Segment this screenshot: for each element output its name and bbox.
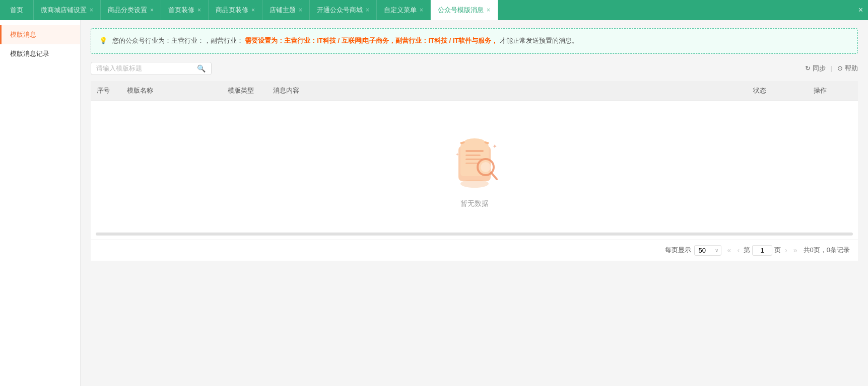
- sidebar-item-template-msg-log[interactable]: 模版消息记录: [0, 44, 80, 63]
- help-icon: ⊙: [837, 64, 843, 72]
- svg-point-9: [481, 162, 491, 172]
- notice-box: 💡 您的公众号行业为：主营行业：，副营行业： 需要设置为：主营行业：IT科技 /…: [91, 28, 858, 54]
- tab-homepage-label: 首页装修: [168, 6, 194, 15]
- sidebar-item-template-msg[interactable]: 模版消息: [0, 25, 80, 44]
- page-size-wrap[interactable]: 50 10 20 100: [694, 245, 721, 256]
- content-area: 💡 您的公众号行业为：主营行业：，副营行业： 需要设置为：主营行业：IT科技 /…: [81, 20, 868, 386]
- notice-prefix: 您的公众号行业为：主营行业：，副营行业：: [112, 37, 243, 44]
- notice-icon: 💡: [99, 37, 107, 44]
- prev-page-button[interactable]: ‹: [735, 245, 742, 255]
- page-unit-label: 页: [774, 246, 781, 255]
- notice-suffix: 才能正常发送预置的消息。: [500, 37, 578, 44]
- search-input[interactable]: [96, 64, 197, 72]
- tab-templatemsg[interactable]: 公众号模版消息 ×: [431, 0, 498, 20]
- first-page-button[interactable]: «: [725, 245, 733, 255]
- page-prefix-label: 第: [744, 246, 750, 255]
- empty-icon: ✦ ✦: [444, 131, 505, 191]
- close-weshop-icon[interactable]: ×: [90, 7, 93, 14]
- sync-icon: ↻: [805, 64, 811, 72]
- page-nav: « ‹ 第 页 › »: [725, 245, 799, 256]
- svg-rect-5: [465, 159, 483, 160]
- col-status: 状态: [747, 81, 808, 101]
- tab-productpage[interactable]: 商品页装修 ×: [209, 0, 262, 20]
- search-input-wrap[interactable]: 🔍: [91, 62, 212, 75]
- close-category-icon[interactable]: ×: [150, 7, 154, 14]
- col-index: 序号: [91, 81, 121, 101]
- tab-home[interactable]: 首页: [0, 0, 34, 20]
- tab-custommenu[interactable]: 自定义菜单 ×: [377, 0, 431, 20]
- page-size-select: 每页显示 50 10 20 100: [665, 245, 721, 256]
- data-table: 序号 模版名称 模版类型 消息内容 状态 操作: [91, 81, 858, 101]
- col-content: 消息内容: [267, 81, 747, 101]
- total-info: 共0页，0条记录: [804, 246, 850, 255]
- col-name: 模版名称: [121, 81, 222, 101]
- table-header-row: 序号 模版名称 模版类型 消息内容 状态 操作: [91, 81, 858, 101]
- action-divider: |: [831, 64, 832, 72]
- scrollbar-track[interactable]: [96, 233, 853, 236]
- close-theme-icon[interactable]: ×: [299, 7, 302, 14]
- sidebar-item-template-msg-log-label: 模版消息记录: [10, 50, 49, 57]
- tab-category-label: 商品分类设置: [108, 6, 147, 15]
- help-label: 帮助: [845, 64, 858, 73]
- notice-highlight: 需要设置为：主营行业：IT科技 / 互联网|电子商务，副营行业：IT科技 / I…: [245, 37, 498, 44]
- search-bar: 🔍 ↻ 同步 | ⊙ 帮助: [91, 62, 858, 75]
- close-all-button[interactable]: ×: [858, 6, 863, 15]
- page-size-dropdown[interactable]: 50 10 20 100: [694, 245, 721, 256]
- tab-theme[interactable]: 店铺主题 ×: [262, 0, 310, 20]
- svg-text:✦: ✦: [455, 152, 459, 157]
- tab-weshop-label: 微商城店铺设置: [41, 6, 87, 15]
- search-icon[interactable]: 🔍: [197, 64, 206, 72]
- sidebar-item-template-msg-label: 模版消息: [10, 31, 36, 38]
- close-templatemsg-icon[interactable]: ×: [487, 7, 490, 14]
- sidebar: 模版消息 模版消息记录: [0, 20, 81, 386]
- main-layout: 模版消息 模版消息记录 💡 您的公众号行业为：主营行业：，副营行业： 需要设置为…: [0, 20, 868, 386]
- tab-home-label: 首页: [10, 6, 23, 15]
- topbar: 首页 微商城店铺设置 × 商品分类设置 × 首页装修 × 商品页装修 × 店铺主…: [0, 0, 868, 20]
- next-page-button[interactable]: ›: [783, 245, 789, 255]
- scrollbar-area: [91, 228, 858, 240]
- col-type: 模版类型: [222, 81, 267, 101]
- empty-text: 暂无数据: [460, 199, 489, 208]
- tab-custommenu-label: 自定义菜单: [384, 6, 417, 15]
- sync-label: 同步: [813, 64, 826, 73]
- tab-category[interactable]: 商品分类设置 ×: [101, 0, 161, 20]
- page-size-label: 每页显示: [665, 246, 691, 255]
- tab-weshop[interactable]: 微商城店铺设置 ×: [34, 0, 101, 20]
- tab-openchannel[interactable]: 开通公众号商城 ×: [310, 0, 377, 20]
- svg-rect-4: [465, 155, 481, 156]
- empty-state: ✦ ✦ 暂无数据: [91, 101, 858, 228]
- svg-rect-6: [465, 163, 479, 164]
- col-action: 操作: [808, 81, 858, 101]
- close-homepage-icon[interactable]: ×: [197, 7, 201, 14]
- page-number-input[interactable]: [752, 245, 772, 256]
- close-productpage-icon[interactable]: ×: [251, 7, 255, 14]
- svg-text:✦: ✦: [492, 143, 497, 150]
- search-actions: ↻ 同步 | ⊙ 帮助: [805, 64, 858, 73]
- svg-rect-3: [465, 150, 484, 152]
- tab-templatemsg-label: 公众号模版消息: [438, 6, 484, 15]
- tab-productpage-label: 商品页装修: [216, 6, 248, 15]
- close-custommenu-icon[interactable]: ×: [420, 7, 423, 14]
- tab-homepage[interactable]: 首页装修 ×: [161, 0, 209, 20]
- close-openchannel-icon[interactable]: ×: [366, 7, 369, 14]
- svg-line-10: [491, 173, 497, 179]
- svg-point-7: [464, 138, 485, 145]
- sync-button[interactable]: ↻ 同步: [805, 64, 826, 73]
- tab-openchannel-label: 开通公众号商城: [317, 6, 363, 15]
- help-button[interactable]: ⊙ 帮助: [837, 64, 858, 73]
- last-page-button[interactable]: »: [791, 245, 799, 255]
- tab-theme-label: 店铺主题: [270, 6, 296, 15]
- pagination: 每页显示 50 10 20 100 « ‹ 第 页 › »: [91, 240, 858, 261]
